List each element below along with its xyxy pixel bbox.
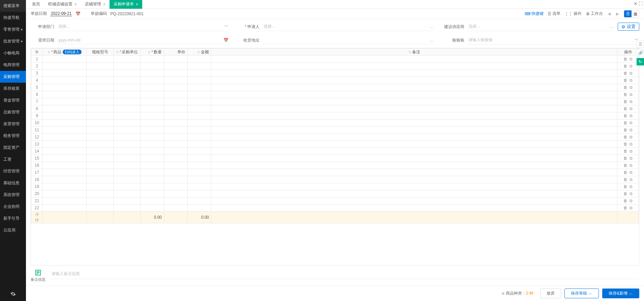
cell-amount[interactable] xyxy=(188,119,211,127)
copy-icon[interactable]: ⧉ xyxy=(630,170,633,175)
cell-remark[interactable] xyxy=(211,183,617,190)
tab-0[interactable]: 首页 xyxy=(28,0,44,9)
cell-qty[interactable] xyxy=(141,56,164,63)
table-row[interactable]: 2🗑⧉ xyxy=(31,63,639,70)
copy-icon[interactable]: ⧉ xyxy=(630,198,633,203)
copy-icon[interactable]: ⧉ xyxy=(630,99,633,104)
cell-price[interactable] xyxy=(164,141,188,148)
cell-unit[interactable] xyxy=(114,134,141,141)
sidebar-item-14[interactable]: 经营管理 xyxy=(0,165,26,177)
sidebar-item-4[interactable]: 小畅电商 xyxy=(0,47,26,59)
cell-price[interactable] xyxy=(164,169,188,176)
cell-amount[interactable] xyxy=(188,141,211,148)
table-row[interactable]: 5🗑⧉ xyxy=(31,84,639,91)
delete-icon[interactable]: 🗑 xyxy=(623,142,627,146)
cell-spec[interactable] xyxy=(87,56,114,63)
cell-unit[interactable] xyxy=(114,155,141,162)
cell-price[interactable] xyxy=(164,91,188,98)
close-icon[interactable]: × xyxy=(103,2,105,7)
cell-unit[interactable] xyxy=(114,162,141,169)
delete-icon[interactable]: 🗑 xyxy=(623,198,627,203)
table-row[interactable]: 7🗑⧉ xyxy=(31,98,639,105)
cell-qty[interactable] xyxy=(141,155,164,162)
copy-icon[interactable]: ⧉ xyxy=(630,149,633,154)
col-qty[interactable]: ⇅数量 xyxy=(141,49,164,56)
cell-qty[interactable] xyxy=(141,112,164,119)
copy-icon[interactable]: ⧉ xyxy=(630,142,633,146)
delete-icon[interactable]: 🗑 xyxy=(623,113,627,118)
cell-amount[interactable] xyxy=(188,162,211,169)
cell-unit[interactable] xyxy=(114,176,141,183)
needdate-input[interactable]: yyyy-mm-dd 📅 xyxy=(58,36,229,44)
cell-product[interactable] xyxy=(43,148,87,155)
cell-remark[interactable] xyxy=(211,91,617,98)
cell-spec[interactable] xyxy=(87,91,114,98)
delete-icon[interactable]: 🗑 xyxy=(623,120,627,125)
cell-unit[interactable] xyxy=(114,98,141,105)
cell-product[interactable] xyxy=(43,98,87,105)
cell-price[interactable] xyxy=(164,148,188,155)
sidebar-item-1[interactable]: 快捷导航 xyxy=(0,12,26,24)
cell-remark[interactable] xyxy=(211,134,617,141)
table-row[interactable]: 6🗑⧉ xyxy=(31,91,639,98)
copy-icon[interactable]: ⧉ xyxy=(630,106,633,111)
sidebar-item-6[interactable]: 采购管理 xyxy=(0,71,26,83)
cell-spec[interactable] xyxy=(87,169,114,176)
cell-unit[interactable] xyxy=(114,190,141,197)
delete-icon[interactable]: 🗑 xyxy=(623,92,627,97)
cell-unit[interactable] xyxy=(114,112,141,119)
cell-amount[interactable] xyxy=(188,148,211,155)
table-row[interactable]: 1🗑⧉ xyxy=(31,56,639,63)
cell-unit[interactable] xyxy=(114,204,141,212)
table-row[interactable]: 4🗑⧉ xyxy=(31,77,639,84)
copy-icon[interactable]: ⧉ xyxy=(630,120,633,125)
cell-qty[interactable] xyxy=(141,169,164,176)
col-remark[interactable]: ⇅备注 xyxy=(211,49,617,56)
table-row[interactable]: 9🗑⧉ xyxy=(31,112,639,119)
cell-amount[interactable] xyxy=(188,176,211,183)
cell-qty[interactable] xyxy=(141,91,164,98)
cell-unit[interactable] xyxy=(114,77,141,84)
sidebar-item-10[interactable]: 发票管理 xyxy=(0,118,26,130)
cell-product[interactable] xyxy=(43,84,87,91)
delete-icon[interactable]: 🗑 xyxy=(623,184,627,189)
cell-amount[interactable] xyxy=(188,77,211,84)
cell-remark[interactable] xyxy=(211,112,617,119)
sidebar-settings[interactable] xyxy=(0,288,26,301)
delete-icon[interactable]: 🗑 xyxy=(623,170,627,175)
cell-amount[interactable] xyxy=(188,84,211,91)
table-row[interactable]: 8🗑⧉ xyxy=(31,105,639,112)
save-add-button[interactable]: 保存&新增 ︿ xyxy=(602,289,639,298)
tab-3[interactable]: 采购申请单× xyxy=(110,0,142,9)
cell-amount[interactable] xyxy=(188,127,211,134)
cell-amount[interactable] xyxy=(188,190,211,197)
cell-spec[interactable] xyxy=(87,119,114,127)
table-row[interactable]: 12🗑⧉ xyxy=(31,134,639,141)
sidebar-item-18[interactable]: 新手引导 xyxy=(0,213,26,224)
cell-spec[interactable] xyxy=(87,197,114,204)
cell-unit[interactable] xyxy=(114,70,141,77)
table-row[interactable]: 17🗑⧉ xyxy=(31,169,639,176)
col-price[interactable]: 单价 xyxy=(164,49,188,56)
cell-remark[interactable] xyxy=(211,119,617,127)
cell-price[interactable] xyxy=(164,77,188,84)
sidebar-item-17[interactable]: 企业协同 xyxy=(0,201,26,213)
tab-1[interactable]: 旺铺店铺设置× xyxy=(44,0,81,9)
delete-icon[interactable]: 🗑 xyxy=(623,85,627,90)
cell-remark[interactable] xyxy=(211,176,617,183)
table-row[interactable]: 16🗑⧉ xyxy=(31,162,639,169)
cell-unit[interactable] xyxy=(114,105,141,112)
copy-icon[interactable]: ⧉ xyxy=(630,191,633,196)
cell-spec[interactable] xyxy=(87,127,114,134)
copy-icon[interactable]: ⧉ xyxy=(630,113,633,118)
copy-icon[interactable]: ⧉ xyxy=(630,92,633,97)
cell-spec[interactable] xyxy=(87,176,114,183)
cell-spec[interactable] xyxy=(87,98,114,105)
col-unit[interactable]: ⇅采购单位 xyxy=(114,49,141,56)
cell-remark[interactable] xyxy=(211,141,617,148)
cell-unit[interactable] xyxy=(114,141,141,148)
sidebar-item-3[interactable]: 批发管理▾ xyxy=(0,35,26,47)
cell-remark[interactable] xyxy=(211,98,617,105)
cell-spec[interactable] xyxy=(87,63,114,70)
cell-qty[interactable] xyxy=(141,77,164,84)
